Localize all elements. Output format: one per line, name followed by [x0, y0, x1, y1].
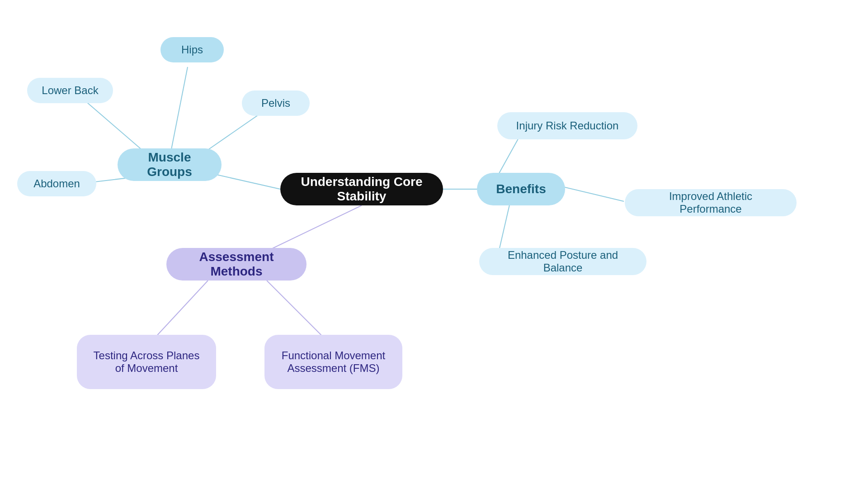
- abdomen-node: Abdomen: [17, 171, 96, 196]
- muscle-groups-label: Muscle Groups: [130, 150, 209, 179]
- svg-line-11: [267, 281, 330, 344]
- lower-back-label: Lower Back: [42, 84, 98, 97]
- svg-line-1: [171, 67, 188, 152]
- benefits-node: Benefits: [477, 173, 565, 205]
- svg-line-3: [203, 112, 262, 153]
- assessment-methods-node: Assessment Methods: [166, 248, 307, 281]
- center-label: Understanding Core Stability: [293, 175, 430, 204]
- svg-line-10: [149, 281, 208, 344]
- abdomen-label: Abdomen: [33, 177, 80, 190]
- testing-across-node: Testing Across Planes of Movement: [77, 335, 216, 389]
- enhanced-posture-node: Enhanced Posture and Balance: [479, 248, 646, 275]
- lower-back-node: Lower Back: [27, 78, 113, 103]
- hips-node: Hips: [160, 37, 224, 62]
- svg-line-6: [497, 136, 520, 176]
- injury-risk-node: Injury Risk Reduction: [497, 112, 637, 139]
- svg-line-2: [84, 100, 149, 156]
- injury-risk-label: Injury Risk Reduction: [516, 119, 619, 132]
- benefits-label: Benefits: [496, 182, 546, 196]
- center-node: Understanding Core Stability: [280, 173, 443, 205]
- functional-movement-node: Functional Movement Assessment (FMS): [264, 335, 402, 389]
- pelvis-node: Pelvis: [242, 90, 310, 116]
- hips-label: Hips: [181, 43, 203, 56]
- improved-athletic-node: Improved Athletic Performance: [625, 189, 797, 216]
- testing-across-label: Testing Across Planes of Movement: [90, 349, 203, 375]
- enhanced-posture-label: Enhanced Posture and Balance: [492, 249, 634, 274]
- functional-movement-label: Functional Movement Assessment (FMS): [277, 349, 390, 375]
- assessment-methods-label: Assessment Methods: [179, 250, 294, 279]
- muscle-groups-node: Muscle Groups: [118, 148, 222, 181]
- improved-athletic-label: Improved Athletic Performance: [637, 190, 784, 215]
- pelvis-label: Pelvis: [261, 97, 290, 109]
